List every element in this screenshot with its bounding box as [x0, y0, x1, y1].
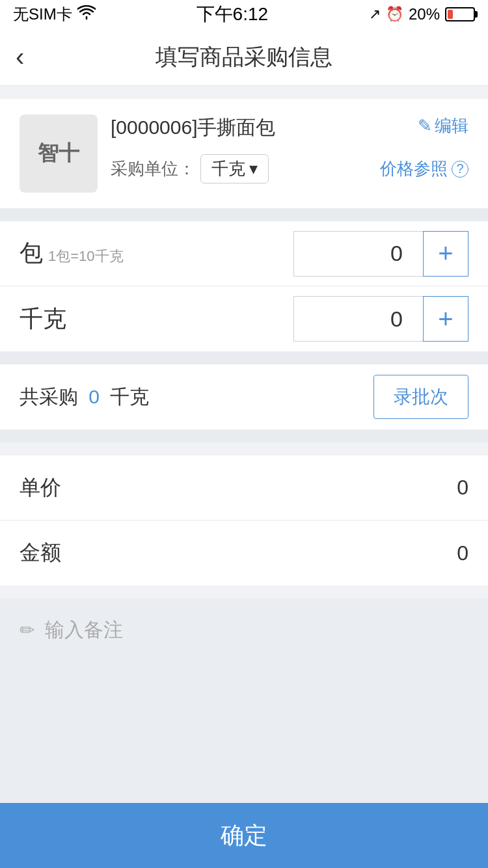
- bao-input-wrapper: +: [293, 231, 468, 277]
- summary-row: 共采购 0 千克 录批次: [0, 364, 488, 429]
- price-ref-label: 价格参照: [380, 157, 448, 180]
- bao-input[interactable]: [293, 231, 424, 277]
- summary-text: 共采购 0 千克: [20, 384, 149, 411]
- bao-input-row: 包 1包=10千克 +: [0, 221, 488, 286]
- status-time: 下午6:12: [197, 2, 269, 27]
- product-image: 智十: [20, 115, 98, 193]
- remark-placeholder: 输入备注: [45, 617, 123, 644]
- unit-label: 采购单位：: [111, 157, 195, 180]
- unit-dropdown[interactable]: 千克 ▾: [200, 154, 269, 183]
- remark-section[interactable]: ✏ 输入备注: [0, 599, 488, 662]
- section-divider-2: [0, 351, 488, 364]
- confirm-label: 确定: [221, 820, 267, 852]
- confirm-button[interactable]: 确定: [0, 803, 488, 868]
- batch-button[interactable]: 录批次: [373, 375, 468, 419]
- kg-plus-button[interactable]: +: [423, 296, 468, 342]
- kg-input[interactable]: [293, 296, 424, 342]
- bao-label: 包 1包=10千克: [20, 237, 124, 269]
- back-button[interactable]: ‹: [16, 42, 24, 72]
- price-section: 单价 0 金额 0: [0, 455, 488, 586]
- bao-label-main: 包: [20, 237, 43, 269]
- amount-label: 金额: [20, 539, 61, 567]
- product-name: [0000006]手撕面包: [111, 115, 418, 141]
- unit-price-label: 单价: [20, 474, 61, 502]
- remark-pencil-icon: ✏: [20, 619, 34, 641]
- bao-plus-button[interactable]: +: [423, 231, 468, 277]
- product-header: [0000006]手撕面包 ✎ 编辑: [111, 115, 468, 141]
- product-card: 智十 [0000006]手撕面包 ✎ 编辑 采购单位： 千克 ▾ 价格参照 ?: [0, 99, 488, 208]
- amount-row: 金额 0: [0, 521, 488, 586]
- edit-icon: ✎: [418, 116, 432, 136]
- edit-label: 编辑: [435, 115, 468, 137]
- location-icon: ↗: [369, 6, 381, 23]
- kg-input-wrapper: +: [293, 296, 468, 342]
- product-unit-row: 采购单位： 千克 ▾ 价格参照 ?: [111, 154, 468, 183]
- kg-label: 千克: [20, 303, 124, 335]
- status-left: 无SIM卡: [13, 4, 96, 25]
- alarm-icon: ⏰: [386, 6, 403, 23]
- unit-price-row: 单价 0: [0, 455, 488, 521]
- bao-label-sub: 1包=10千克: [48, 247, 124, 266]
- amount-value: 0: [457, 541, 468, 565]
- page-title: 填写商品采购信息: [156, 42, 332, 72]
- price-ref-button[interactable]: 价格参照 ?: [380, 157, 468, 180]
- kg-label-main: 千克: [20, 303, 66, 335]
- unit-value: 千克: [211, 157, 245, 180]
- unit-price-value: 0: [457, 476, 468, 500]
- unit-selector: 采购单位： 千克 ▾: [111, 154, 269, 183]
- status-right: ↗ ⏰ 20%: [369, 5, 475, 23]
- battery-icon: [445, 7, 475, 21]
- summary-amount: 0: [88, 386, 100, 407]
- summary-prefix: 共采购: [20, 386, 78, 407]
- status-bar: 无SIM卡 下午6:12 ↗ ⏰ 20%: [0, 0, 488, 29]
- summary-unit: 千克: [110, 386, 149, 407]
- kg-input-row: 千克 +: [0, 286, 488, 351]
- dropdown-icon: ▾: [249, 159, 258, 179]
- section-divider-1: [0, 208, 488, 221]
- product-info: [0000006]手撕面包 ✎ 编辑 采购单位： 千克 ▾ 价格参照 ?: [111, 115, 468, 183]
- price-ref-icon: ?: [452, 161, 468, 178]
- edit-button[interactable]: ✎ 编辑: [418, 115, 468, 137]
- carrier-text: 无SIM卡: [13, 4, 72, 25]
- nav-bar: ‹ 填写商品采购信息: [0, 29, 488, 86]
- battery-percent: 20%: [409, 5, 440, 23]
- section-divider-3: [0, 429, 488, 442]
- quantity-section: 包 1包=10千克 + 千克 +: [0, 221, 488, 351]
- wifi-icon: [77, 5, 96, 23]
